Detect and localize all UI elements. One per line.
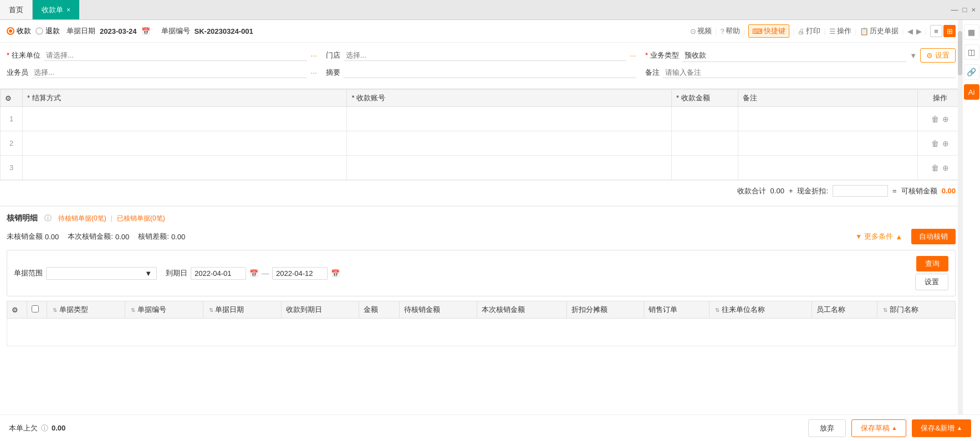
row-3-delete-icon[interactable]: 🗑 — [931, 163, 939, 172]
print-btn[interactable]: 🖨 打印 — [798, 26, 820, 36]
row-1-copy-icon[interactable]: ⊕ — [942, 115, 949, 124]
window-min-btn[interactable]: — — [951, 6, 958, 14]
discount-input[interactable] — [833, 185, 888, 197]
counterpart-more-btn[interactable]: ··· — [310, 51, 317, 60]
col-amount: 金额 — [359, 301, 399, 319]
history-btn[interactable]: 📋 历史单据 — [860, 26, 899, 36]
due-to-input[interactable] — [272, 267, 328, 280]
filter-buttons: 查询 设置 — [915, 256, 948, 290]
tab-receipt-close[interactable]: × — [67, 6, 70, 14]
doc-no-value: SK-20230324-001 — [195, 27, 253, 35]
row-3-num: 3 — [1, 156, 23, 180]
row-2-remark[interactable] — [738, 131, 917, 156]
counterpart-label: 往来单位 — [7, 50, 40, 60]
query-btn[interactable]: 查询 — [916, 256, 948, 271]
operation-btn[interactable]: ☰ 操作 — [829, 26, 851, 36]
filter-settings-btn[interactable]: 设置 — [915, 274, 948, 290]
sidebar-link-icon[interactable]: 🔗 — [964, 64, 979, 80]
receive-radio[interactable]: 收款 — [7, 26, 31, 36]
row-2-settlement[interactable] — [23, 131, 347, 156]
verify-pending-tab[interactable]: 待核销单据(0笔) — [58, 214, 106, 223]
verify-check-all[interactable] — [32, 305, 39, 312]
operation-label: 操作 — [837, 26, 851, 36]
salesman-more-btn[interactable]: ··· — [310, 68, 317, 77]
store-more-btn[interactable]: ··· — [630, 51, 636, 60]
due-from-cal-icon[interactable]: 📅 — [249, 269, 258, 278]
verify-empty-row — [7, 319, 956, 346]
verify-info-icon[interactable]: ⓘ — [44, 213, 52, 223]
window-max-btn[interactable]: □ — [963, 6, 967, 14]
biz-type-field: 业务类型 预收款 ▼ ⚙ 设置 — [645, 48, 956, 63]
verify-table-section: ⚙ ⇅ 单据类型 ⇅ 单据编号 — [7, 301, 956, 346]
verify-done-tab[interactable]: 已核销单据(0笔) — [117, 214, 165, 223]
row-1-amount[interactable] — [671, 107, 738, 131]
row-1-num: 1 — [1, 107, 23, 131]
row-2-amount[interactable] — [671, 131, 738, 156]
gear-col-header[interactable]: ⚙ — [1, 90, 23, 107]
refund-radio[interactable]: 退款 — [35, 26, 60, 36]
save-new-btn[interactable]: 保存&新增 ▲ — [912, 419, 971, 437]
remark-input[interactable] — [663, 67, 956, 78]
range-label: 单据范围 — [14, 268, 43, 278]
row-1-delete-icon[interactable]: 🗑 — [931, 115, 939, 124]
help-btn[interactable]: ? 帮助 — [720, 26, 739, 36]
verify-title-row: 核销明细 ⓘ 待核销单据(0笔) | 已核销单据(0笔) — [7, 213, 956, 223]
sidebar-ai-icon[interactable]: Ai — [964, 84, 979, 100]
shortcut-btn[interactable]: ⌨ 快捷键 — [748, 24, 789, 38]
next-btn[interactable]: ▶ — [916, 27, 922, 35]
row-3-remark[interactable] — [738, 156, 917, 180]
history-label: 历史单据 — [870, 26, 899, 36]
summary-input[interactable] — [344, 67, 636, 78]
window-close-btn[interactable]: × — [971, 6, 976, 14]
row-3-settlement[interactable] — [23, 156, 347, 180]
remark-col-label: 备注 — [743, 94, 757, 102]
scrollbar-track[interactable] — [958, 20, 962, 414]
salesman-input[interactable] — [32, 67, 307, 78]
form-settings-btn[interactable]: ⚙ 设置 — [920, 48, 956, 63]
biz-type-dropdown[interactable]: ▼ — [910, 52, 917, 60]
row-3-copy-icon[interactable]: ⊕ — [942, 163, 949, 172]
verify-gear-col[interactable]: ⚙ — [7, 301, 27, 319]
row-1-account[interactable] — [347, 107, 671, 131]
row-2-delete-icon[interactable]: 🗑 — [931, 139, 939, 148]
row-2-num: 2 — [1, 131, 23, 156]
more-conditions-btn[interactable]: ▼ 更多条件 ▲ — [855, 232, 902, 242]
sort-icon: ⇅ — [715, 307, 719, 313]
due-to-cal-icon[interactable]: 📅 — [331, 269, 340, 278]
layout-list-btn[interactable]: ≡ — [930, 25, 942, 37]
this-order-info-icon[interactable]: ⓘ — [41, 423, 48, 433]
sidebar-doc-icon[interactable]: ◫ — [964, 44, 979, 60]
footer-actions: 放弃 保存草稿 ▲ 保存&新增 ▲ — [808, 419, 971, 437]
tab-home[interactable]: 首页 — [0, 0, 33, 19]
operation-col-label: 操作 — [933, 94, 947, 102]
sort-icon: ⇅ — [53, 307, 57, 313]
range-select[interactable]: ▼ — [46, 267, 157, 280]
row-2-account[interactable] — [347, 131, 671, 156]
due-from-input[interactable] — [191, 267, 246, 280]
row-1-settlement[interactable] — [23, 107, 347, 131]
verify-title: 核销明细 — [7, 213, 38, 223]
video-btn[interactable]: ⊙ 视频 — [690, 26, 712, 36]
row-1-remark[interactable] — [738, 107, 917, 131]
calendar-icon[interactable]: 📅 — [141, 27, 150, 35]
abandon-btn[interactable]: 放弃 — [808, 419, 846, 437]
row-3-actions: 🗑 ⊕ — [918, 156, 962, 180]
current-value: 0.00 — [115, 233, 129, 241]
row-3-account[interactable] — [347, 156, 671, 180]
store-input[interactable] — [344, 50, 626, 61]
receipt-table: ⚙ * 结算方式 * 收款账号 * 收款金额 备注 操作 — [0, 89, 962, 180]
tab-receipt[interactable]: 收款单 × — [33, 0, 79, 19]
counterpart-input[interactable] — [44, 50, 308, 61]
prev-btn[interactable]: ◀ — [907, 27, 913, 35]
scrollbar-thumb[interactable] — [958, 31, 962, 75]
layout-grid-btn[interactable]: ⊞ — [943, 25, 956, 37]
row-3-amount[interactable] — [671, 156, 738, 180]
window-controls: — □ × — [951, 6, 980, 14]
receive-label: 收款 — [17, 26, 31, 36]
this-order-value: 0.00 — [52, 424, 65, 432]
diff-stat: 核销差额: 0.00 — [138, 232, 185, 242]
save-draft-btn[interactable]: 保存草稿 ▲ — [851, 419, 907, 437]
auto-writeoff-btn[interactable]: 自动核销 — [911, 229, 956, 244]
row-2-copy-icon[interactable]: ⊕ — [942, 139, 949, 148]
sidebar-table-icon[interactable]: ▦ — [964, 24, 979, 40]
